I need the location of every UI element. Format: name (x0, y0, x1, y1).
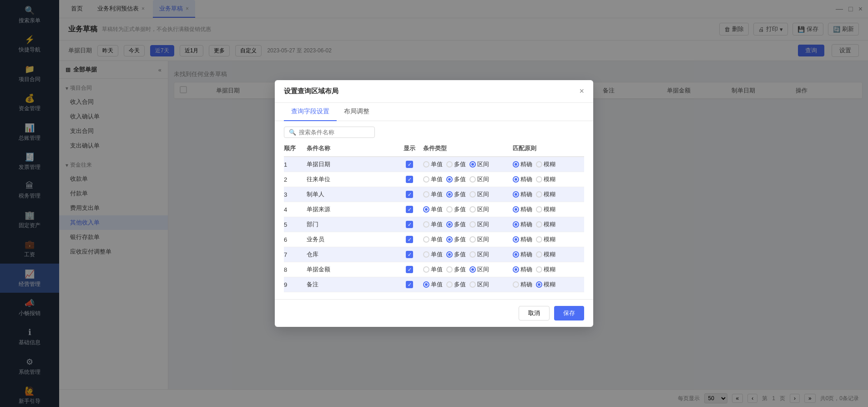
row-2-order: 2 (284, 176, 307, 183)
modal-title: 设置查询区域布局 (284, 87, 338, 96)
row-2-name: 往来单位 (307, 175, 396, 183)
row-1-type-single[interactable]: 单值 (423, 160, 443, 168)
row-1-type-multi[interactable]: 多值 (446, 160, 466, 168)
r9-precise[interactable]: 精确 (513, 280, 532, 289)
r8-single[interactable]: 单值 (423, 265, 443, 274)
modal-header: 设置查询区域布局 × (275, 80, 593, 103)
r8-precise[interactable]: 精确 (513, 265, 532, 274)
row-1-order: 1 (284, 161, 307, 168)
search-icon2: 🔍 (289, 129, 296, 136)
modal-search-input[interactable] (299, 129, 370, 136)
modal-row-3: 3 制单人 ✓ 单值 多值 区间 精确 模糊 (284, 187, 584, 202)
modal-row-8: 8 单据金额 ✓ 单值 多值 区间 精确 模糊 (284, 262, 584, 277)
modal-table: 顺序 条件名称 显示 条件类型 匹配原则 1 单据日期 ✓ (275, 141, 593, 299)
r2-fuzzy[interactable]: 模糊 (536, 175, 555, 183)
r7-fuzzy[interactable]: 模糊 (536, 250, 555, 259)
r5-single[interactable]: 单值 (423, 220, 443, 229)
modal-row-10: 10 单据编号 单值 多值 区间 精确 模糊 (284, 292, 584, 294)
r4-single[interactable]: 单值 (423, 205, 443, 214)
row-2-type: 单值 多值 区间 (423, 175, 512, 183)
r5-precise[interactable]: 精确 (513, 220, 532, 229)
r4-multi[interactable]: 多值 (446, 205, 466, 214)
modal-row-6: 6 业务员 ✓ 单值 多值 区间 精确 模糊 (284, 232, 584, 247)
row-2-match: 精确 模糊 (513, 175, 584, 183)
modal-table-header: 顺序 条件名称 显示 条件类型 匹配原则 (284, 141, 584, 157)
r2-range[interactable]: 区间 (469, 175, 489, 183)
radio-multi (446, 161, 453, 168)
th-show: 显示 (396, 144, 423, 153)
modal-close-button[interactable]: × (579, 86, 584, 96)
row-1-match: 精确 模糊 (513, 160, 584, 168)
r5-multi[interactable]: 多值 (446, 220, 466, 229)
r7-range[interactable]: 区间 (469, 250, 489, 259)
modal-row-7: 7 仓库 ✓ 单值 多值 区间 精确 模糊 (284, 247, 584, 262)
modal-row-4: 4 单据来源 ✓ 单值 多值 区间 精确 模糊 (284, 202, 584, 217)
r7-precise[interactable]: 精确 (513, 250, 532, 259)
modal-save-button[interactable]: 保存 (554, 306, 584, 321)
r9-multi[interactable]: 多值 (446, 280, 466, 289)
modal-tab-fields[interactable]: 查询字段设置 (284, 103, 337, 121)
modal-row-2: 2 往来单位 ✓ 单值 多值 区间 精确 (284, 172, 584, 187)
row-2-checkbox[interactable]: ✓ (406, 176, 413, 183)
modal-row-9: 9 备注 ✓ 单值 多值 区间 精确 模糊 (284, 277, 584, 292)
radio-fuzzy (536, 161, 542, 168)
th-match: 匹配原则 (513, 144, 584, 153)
r6-fuzzy[interactable]: 模糊 (536, 235, 555, 244)
modal-row-1: 1 单据日期 ✓ 单值 多值 (284, 157, 584, 172)
r6-multi[interactable]: 多值 (446, 235, 466, 244)
radio-precise (513, 161, 519, 168)
r2-precise[interactable]: 精确 (513, 175, 532, 183)
modal-tab-layout[interactable]: 布局调整 (337, 103, 377, 121)
modal-tabs: 查询字段设置 布局调整 (275, 103, 593, 121)
row-1-name: 单据日期 (307, 160, 396, 168)
modal-overlay[interactable]: 设置查询区域布局 × 查询字段设置 布局调整 🔍 顺序 条件名称 显示 条件类型… (0, 0, 868, 407)
modal-table-body: 1 单据日期 ✓ 单值 多值 (284, 157, 584, 294)
modal-footer: 取消 保存 (275, 299, 593, 327)
th-type: 条件类型 (423, 144, 512, 153)
row-2-show[interactable]: ✓ (396, 176, 423, 183)
r8-multi[interactable]: 多值 (446, 265, 466, 274)
r4-fuzzy[interactable]: 模糊 (536, 205, 555, 214)
row-1-type-range[interactable]: 区间 (469, 160, 489, 168)
r7-single[interactable]: 单值 (423, 250, 443, 259)
r2-multi[interactable]: 多值 (446, 175, 466, 183)
th-order: 顺序 (284, 144, 307, 153)
modal-dialog: 设置查询区域布局 × 查询字段设置 布局调整 🔍 顺序 条件名称 显示 条件类型… (275, 80, 593, 327)
r9-single[interactable]: 单值 (423, 280, 443, 289)
r8-range[interactable]: 区间 (469, 265, 489, 274)
r5-fuzzy[interactable]: 模糊 (536, 220, 555, 229)
r6-single[interactable]: 单值 (423, 235, 443, 244)
th-name: 条件名称 (307, 144, 396, 153)
modal-search-area: 🔍 (275, 121, 593, 141)
modal-row-5: 5 部门 ✓ 单值 多值 区间 精确 模糊 (284, 217, 584, 232)
r8-fuzzy[interactable]: 模糊 (536, 265, 555, 274)
row-1-type: 单值 多值 区间 (423, 160, 512, 168)
r6-range[interactable]: 区间 (469, 235, 489, 244)
r7-multi[interactable]: 多值 (446, 250, 466, 259)
r4-precise[interactable]: 精确 (513, 205, 532, 214)
r4-range[interactable]: 区间 (469, 205, 489, 214)
r3-precise[interactable]: 精确 (513, 190, 532, 198)
r9-range[interactable]: 区间 (469, 280, 489, 289)
row-1-show[interactable]: ✓ (396, 161, 423, 168)
cancel-button[interactable]: 取消 (519, 306, 550, 321)
row-1-checkbox[interactable]: ✓ (406, 161, 413, 168)
radio-range (469, 161, 476, 168)
row-1-match-precise[interactable]: 精确 (513, 160, 532, 168)
row-1-match-fuzzy[interactable]: 模糊 (536, 160, 555, 168)
r9-fuzzy[interactable]: 模糊 (536, 280, 555, 289)
r2-single[interactable]: 单值 (423, 175, 443, 183)
r3-single[interactable]: 单值 (423, 190, 443, 198)
r5-range[interactable]: 区间 (469, 220, 489, 229)
radio-single (423, 161, 429, 168)
modal-search-container: 🔍 (284, 127, 375, 138)
r3-multi[interactable]: 多值 (446, 190, 466, 198)
r3-range[interactable]: 区间 (469, 190, 489, 198)
r6-precise[interactable]: 精确 (513, 235, 532, 244)
r3-fuzzy[interactable]: 模糊 (536, 190, 555, 198)
